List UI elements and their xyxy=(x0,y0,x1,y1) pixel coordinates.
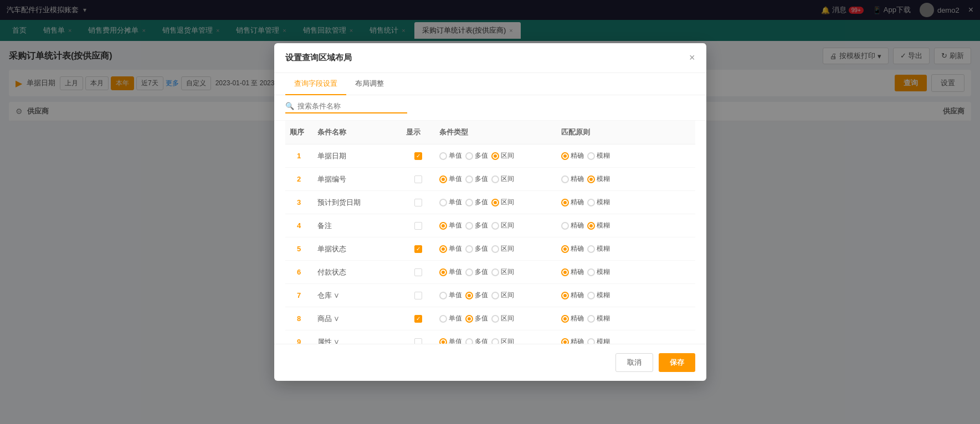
modal-tab-layout[interactable]: 布局调整 xyxy=(346,73,393,95)
checkbox-icon[interactable]: ✓ xyxy=(414,315,422,323)
radio-type-range[interactable]: 区间 xyxy=(491,198,514,207)
checkbox-icon[interactable]: ✓ xyxy=(414,245,422,253)
checkbox-icon[interactable] xyxy=(414,199,422,206)
cancel-button[interactable]: 取消 xyxy=(615,353,653,372)
radio-match-exact[interactable]: 精确 xyxy=(561,314,584,323)
radio-type-single[interactable]: 单值 xyxy=(439,151,462,161)
radio-type-range[interactable]: 区间 xyxy=(491,221,514,230)
table-row: 2单据编号单值多值区间精确模糊 xyxy=(285,168,695,191)
row-display-checkbox[interactable]: ✓ xyxy=(402,242,435,256)
radio-circle-icon xyxy=(491,315,499,323)
row-name: 单据日期 xyxy=(313,148,402,164)
radio-type-single[interactable]: 单值 xyxy=(439,291,462,300)
radio-type-multi[interactable]: 多值 xyxy=(465,267,488,277)
row-order: 1 xyxy=(285,148,313,163)
radio-match-exact[interactable]: 精确 xyxy=(561,267,584,277)
radio-match-fuzzy[interactable]: 模糊 xyxy=(587,314,610,323)
row-match-radios: 精确模糊 xyxy=(557,218,668,234)
settings-modal: 设置查询区域布局 × 查询字段设置 布局调整 🔍 xyxy=(274,43,706,381)
checkbox-icon[interactable] xyxy=(414,222,422,230)
row-display-checkbox[interactable] xyxy=(402,219,435,233)
row-display-checkbox[interactable]: ✓ xyxy=(402,312,435,326)
row-type-radios: 单值多值区间 xyxy=(435,287,557,303)
radio-type-range[interactable]: 区间 xyxy=(491,174,514,184)
radio-type-range[interactable]: 区间 xyxy=(491,291,514,300)
radio-circle-icon xyxy=(561,315,569,323)
row-order: 9 xyxy=(285,334,313,344)
radio-type-single[interactable]: 单值 xyxy=(439,244,462,254)
modal-header: 设置查询区域布局 × xyxy=(274,43,706,73)
row-display-checkbox[interactable] xyxy=(402,265,435,280)
radio-type-multi[interactable]: 多值 xyxy=(465,314,488,323)
radio-circle-icon xyxy=(439,175,447,183)
radio-circle-icon xyxy=(561,268,569,276)
row-display-checkbox[interactable] xyxy=(402,195,435,210)
save-button[interactable]: 保存 xyxy=(659,353,695,372)
radio-type-single[interactable]: 单值 xyxy=(439,314,462,323)
radio-circle-icon xyxy=(465,338,473,344)
radio-circle-icon xyxy=(587,222,595,230)
radio-type-range[interactable]: 区间 xyxy=(491,244,514,254)
search-input[interactable] xyxy=(297,102,397,110)
radio-type-single[interactable]: 单值 xyxy=(439,198,462,207)
radio-type-single[interactable]: 单值 xyxy=(439,267,462,277)
table-row: 8商品 ∨✓单值多值区间精确模糊 xyxy=(285,307,695,330)
radio-type-range[interactable]: 区间 xyxy=(491,337,514,344)
radio-match-fuzzy[interactable]: 模糊 xyxy=(587,267,610,277)
radio-type-multi[interactable]: 多值 xyxy=(465,291,488,300)
row-display-checkbox[interactable] xyxy=(402,335,435,344)
radio-type-multi[interactable]: 多值 xyxy=(465,244,488,254)
radio-match-exact[interactable]: 精确 xyxy=(561,221,584,230)
radio-circle-icon xyxy=(465,245,473,253)
checkbox-icon[interactable] xyxy=(414,292,422,299)
row-display-checkbox[interactable] xyxy=(402,288,435,303)
radio-match-exact[interactable]: 精确 xyxy=(561,291,584,300)
modal-tab-query-fields[interactable]: 查询字段设置 xyxy=(285,73,346,95)
radio-type-range[interactable]: 区间 xyxy=(491,267,514,277)
row-type-radios: 单值多值区间 xyxy=(435,241,557,257)
radio-match-exact[interactable]: 精确 xyxy=(561,337,584,344)
row-type-radios: 单值多值区间 xyxy=(435,264,557,280)
checkbox-icon[interactable] xyxy=(414,338,422,344)
radio-circle-icon xyxy=(587,268,595,276)
radio-match-fuzzy[interactable]: 模糊 xyxy=(587,198,610,207)
radio-match-exact[interactable]: 精确 xyxy=(561,244,584,254)
radio-match-fuzzy[interactable]: 模糊 xyxy=(587,174,610,184)
radio-type-range[interactable]: 区间 xyxy=(491,314,514,323)
row-match-radios: 精确模糊 xyxy=(557,194,668,210)
checkbox-icon[interactable] xyxy=(414,175,422,183)
radio-match-fuzzy[interactable]: 模糊 xyxy=(587,337,610,344)
radio-type-range[interactable]: 区间 xyxy=(491,151,514,161)
row-name: 预计到货日期 xyxy=(313,194,402,211)
radio-circle-icon xyxy=(587,315,595,323)
row-name: 备注 xyxy=(313,218,402,234)
modal-overlay[interactable]: 设置查询区域布局 × 查询字段设置 布局调整 🔍 xyxy=(0,0,980,424)
radio-match-exact[interactable]: 精确 xyxy=(561,151,584,161)
radio-type-single[interactable]: 单值 xyxy=(439,221,462,230)
radio-match-exact[interactable]: 精确 xyxy=(561,174,584,184)
radio-type-multi[interactable]: 多值 xyxy=(465,337,488,344)
modal-close-button[interactable]: × xyxy=(689,52,695,64)
radio-type-multi[interactable]: 多值 xyxy=(465,151,488,161)
row-display-checkbox[interactable] xyxy=(402,172,435,187)
checkbox-icon[interactable] xyxy=(414,268,422,276)
table-row: 1单据日期✓单值多值区间精确模糊 xyxy=(285,144,695,168)
radio-type-single[interactable]: 单值 xyxy=(439,337,462,344)
checkbox-icon[interactable]: ✓ xyxy=(414,152,422,160)
radio-match-fuzzy[interactable]: 模糊 xyxy=(587,221,610,230)
radio-circle-icon xyxy=(491,245,499,253)
table-row: 3预计到货日期单值多值区间精确模糊 xyxy=(285,191,695,214)
radio-match-fuzzy[interactable]: 模糊 xyxy=(587,244,610,254)
radio-type-single[interactable]: 单值 xyxy=(439,174,462,184)
radio-match-fuzzy[interactable]: 模糊 xyxy=(587,291,610,300)
radio-match-fuzzy[interactable]: 模糊 xyxy=(587,151,610,161)
radio-type-multi[interactable]: 多值 xyxy=(465,198,488,207)
radio-circle-icon xyxy=(465,222,473,230)
row-name: 商品 ∨ xyxy=(313,311,402,327)
row-display-checkbox[interactable]: ✓ xyxy=(402,149,435,163)
radio-match-exact[interactable]: 精确 xyxy=(561,198,584,207)
radio-type-multi[interactable]: 多值 xyxy=(465,174,488,184)
radio-type-multi[interactable]: 多值 xyxy=(465,221,488,230)
row-match-radios: 精确模糊 xyxy=(557,171,668,187)
radio-circle-icon xyxy=(439,292,447,299)
